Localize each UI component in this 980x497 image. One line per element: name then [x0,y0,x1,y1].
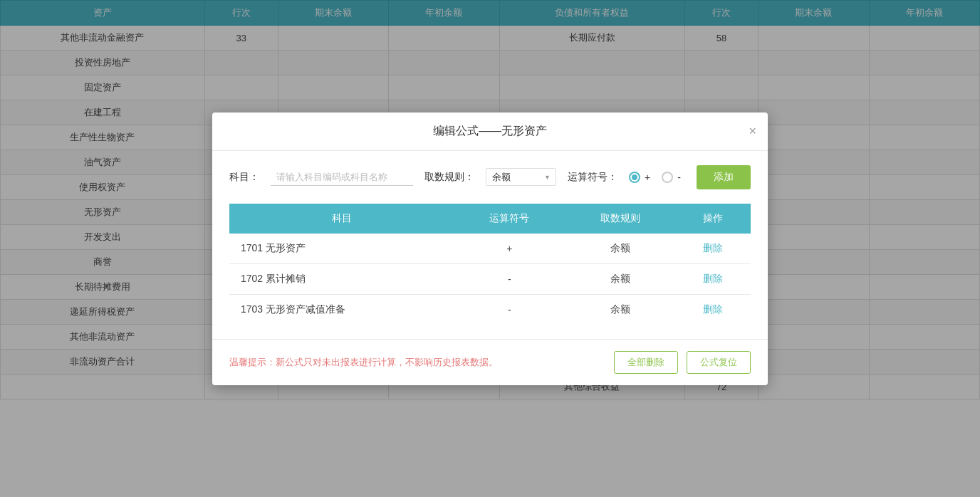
rule-label: 取数规则： [424,171,474,184]
radio-minus-label: - [677,172,681,183]
radio-minus[interactable]: - [662,172,681,183]
radio-plus[interactable]: + [629,172,650,183]
modal-title: 编辑公式——无形资产 [433,124,547,139]
subject-input[interactable] [271,169,413,186]
th-action: 操作 [675,204,751,234]
formula-row: 1702 累计摊销-余额删除 [229,263,751,294]
delete-row-button[interactable]: 删除 [703,273,723,286]
th-operator: 运算符号 [454,204,565,234]
radio-plus-label: + [645,172,650,183]
th-rule: 取数规则 [565,204,675,234]
reset-formula-button[interactable]: 公式复位 [687,351,751,374]
modal-close-button[interactable]: × [749,125,756,137]
add-button[interactable]: 添加 [697,165,751,189]
radio-plus-circle [629,172,640,183]
modal-overlay: 编辑公式——无形资产 × 科目： 取数规则： 余额 借方 贷方 借方发生额 贷方… [0,0,980,497]
radio-minus-circle [662,172,673,183]
rule-select-wrap: 余额 借方 贷方 借方发生额 贷方发生额 [486,168,556,186]
footer-buttons: 全部删除 公式复位 [614,351,751,374]
delete-row-button[interactable]: 删除 [703,303,723,316]
subject-label: 科目： [229,171,259,184]
th-subject: 科目 [229,204,454,234]
modal-footer: 温馨提示：新公式只对未出报表进行计算，不影响历史报表数据。 全部删除 公式复位 [212,339,768,385]
delete-all-button[interactable]: 全部删除 [614,351,678,374]
form-row: 科目： 取数规则： 余额 借方 贷方 借方发生额 贷方发生额 运算符号： [229,165,751,189]
rule-select[interactable]: 余额 借方 贷方 借方发生额 贷方发生额 [486,168,556,186]
modal: 编辑公式——无形资产 × 科目： 取数规则： 余额 借方 贷方 借方发生额 贷方… [212,113,768,385]
formula-table: 科目 运算符号 取数规则 操作 1701 无形资产+余额删除1702 累计摊销-… [229,204,751,325]
footer-tip: 温馨提示：新公式只对未出报表进行计算，不影响历史报表数据。 [229,356,498,369]
modal-body: 科目： 取数规则： 余额 借方 贷方 借方发生额 贷方发生额 运算符号： [212,151,768,339]
operator-radio-group: + - [629,172,681,183]
modal-header: 编辑公式——无形资产 × [212,113,768,151]
formula-row: 1703 无形资产减值准备-余额删除 [229,294,751,325]
operator-label: 运算符号： [568,171,617,184]
tip-content: 新公式只对未出报表进行计算，不影响历史报表数据。 [276,357,498,367]
tip-prefix: 温馨提示： [229,357,276,367]
delete-row-button[interactable]: 删除 [703,242,723,255]
formula-row: 1701 无形资产+余额删除 [229,234,751,264]
